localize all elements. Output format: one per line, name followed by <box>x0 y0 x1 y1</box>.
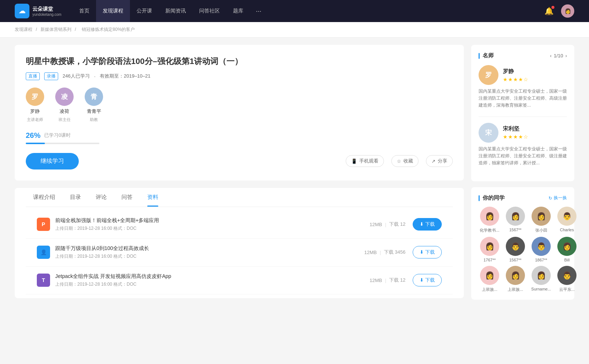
classmates-card: 你的同学 ↻ 换一换 👩 化学教书... 👩 1567** 👩 张小田 <box>471 187 574 300</box>
classmate-item-7: 👩 Bill <box>556 237 578 262</box>
file-meta-2: 上传日期：2019-12-28 16:00 格式：DOC <box>55 281 370 288</box>
files-list: P 前端全栈加强版！前端全栈+全周期+多端应用 上传日期：2019-12-28 … <box>26 207 453 298</box>
classmate-avatar-0: 👩 <box>480 207 499 226</box>
classmate-name-10: Surname... <box>530 287 552 291</box>
classmate-name-4: 1767** <box>479 258 501 262</box>
logo-icon: ☁ <box>15 4 29 18</box>
classmate-name-5: 1567** <box>504 258 526 262</box>
file-name-1: 跟随千万级项目从0到100全过程高效成长 <box>55 245 364 252</box>
progress-section: 26% 已学习0课时 <box>26 131 453 144</box>
sidebar-teacher-desc-0: 国内某重点大学安全工程专业硕士，国家一级注册消防工程师、注册安全工程师、高级注册… <box>479 88 567 109</box>
course-title: 明星中教授课，小学阶段语法100分–强化级第1讲动词（一） <box>26 56 453 67</box>
nav-item-home[interactable]: 首页 <box>73 0 96 22</box>
file-name-2: Jetpack全组件实战 开发短视频应用高仿皮皮虾App <box>55 273 370 280</box>
progress-percent: 26% <box>26 131 40 140</box>
nav-item-more[interactable]: ··· <box>250 0 267 22</box>
classmate-avatar-2: 👩 <box>532 207 551 226</box>
classmate-avatar-5: 👨 <box>506 237 525 256</box>
breadcrumb-sep: / <box>36 27 38 32</box>
file-name-0: 前端全栈加强版！前端全栈+全周期+多端应用 <box>55 217 370 224</box>
course-meta: 直播 录播 246人已学习 · 有效期至：2019–10–21 <box>26 72 453 80</box>
tab-qa[interactable]: 问答 <box>114 188 140 207</box>
nav-item-news[interactable]: 新闻资讯 <box>159 0 193 22</box>
course-actions: 继续学习 📱 手机观看 ☆ 收藏 ↗ 分享 <box>26 153 453 169</box>
classmate-avatar-1: 👩 <box>506 207 525 226</box>
meta-dot: · <box>94 74 96 79</box>
breadcrumb-link-discover[interactable]: 发现课程 <box>15 27 32 32</box>
file-size-0: 12MB <box>370 222 382 227</box>
tab-reviews[interactable]: 评论 <box>88 188 114 207</box>
sidebar-teacher-name-0: 罗静 <box>503 68 567 75</box>
nav-item-qa[interactable]: 问答社区 <box>193 0 226 22</box>
next-page-button[interactable]: › <box>565 53 567 58</box>
file-icon-0: P <box>37 218 50 231</box>
teacher-avatar-1: 凌 <box>55 88 74 106</box>
classmate-avatar-3: 👨 <box>557 207 576 226</box>
teachers-pagination: ‹ 1/10 › <box>550 53 567 58</box>
main-layout: 明星中教授课，小学阶段语法100分–强化级第1讲动词（一） 直播 录播 246人… <box>0 38 589 313</box>
file-item-2: T Jetpack全组件实战 开发短视频应用高仿皮皮虾App 上传日期：2019… <box>26 267 453 295</box>
download-button-2[interactable]: ⬇ 下载 <box>413 274 442 286</box>
tag-live: 直播 <box>26 72 40 80</box>
sidebar-teacher-info-1: 宋利坚 ★★★★☆ <box>503 125 567 140</box>
sidebar-teacher-avatar-0: 罗 <box>479 65 498 85</box>
notification-bell[interactable]: 🔔 <box>544 7 554 15</box>
classmate-item-1: 👩 1567** <box>504 207 526 233</box>
sidebar-teacher-avatar-1: 宋 <box>479 123 498 143</box>
tab-intro[interactable]: 课程介绍 <box>26 188 63 207</box>
teachers-row: 罗 罗静 主讲老师 凌 凌荷 班主任 青 青青平 助教 <box>26 88 453 122</box>
file-info-2: Jetpack全组件实战 开发短视频应用高仿皮皮虾App 上传日期：2019-1… <box>55 273 370 288</box>
course-students: 246人已学习 <box>63 73 90 79</box>
file-icon-2: T <box>37 274 50 287</box>
prev-page-button[interactable]: ‹ <box>550 53 551 58</box>
file-stats-2: 12MB | 下载 12 <box>370 277 405 283</box>
nav-item-open[interactable]: 公开课 <box>130 0 159 22</box>
page-info: 1/10 <box>554 53 563 58</box>
file-size-1: 12MB <box>364 250 377 255</box>
classmate-avatar-9: 👩 <box>506 266 525 285</box>
teacher-item-2: 青 青青平 助教 <box>85 88 103 122</box>
download-button-1[interactable]: ⬇ 下载 <box>413 246 442 258</box>
file-stats-0: 12MB | 下载 12 <box>370 221 405 228</box>
nav-item-exam[interactable]: 题库 <box>226 0 250 22</box>
breadcrumb-sep2: / <box>75 27 77 32</box>
file-info-1: 跟随千万级项目从0到100全过程高效成长 上传日期：2019-12-28 16:… <box>55 245 364 260</box>
breadcrumb-link-series[interactable]: 新媒体营销系列 <box>40 27 71 32</box>
teachers-card-title-area: 名师 <box>479 52 494 59</box>
classmate-item-3: 👨 Charles <box>556 207 578 233</box>
logo-text: 云朵课堂 yundoketang.com <box>32 6 61 17</box>
content-left: 明星中教授课，小学阶段语法100分–强化级第1讲动词（一） 直播 录播 246人… <box>15 45 464 306</box>
classmate-avatar-11: 👨 <box>557 266 576 285</box>
continue-learning-button[interactable]: 继续学习 <box>26 153 79 169</box>
favorite-button[interactable]: ☆ 收藏 <box>391 155 419 167</box>
action-buttons: 📱 手机观看 ☆ 收藏 ↗ 分享 <box>346 155 453 167</box>
logo[interactable]: ☁ 云朵课堂 yundoketang.com <box>15 4 61 18</box>
file-size-2: 12MB <box>370 278 382 283</box>
user-avatar[interactable]: 👩 <box>561 4 574 18</box>
refresh-classmates-button[interactable]: ↻ 换一换 <box>549 195 567 201</box>
refresh-label: 换一换 <box>554 195 567 201</box>
nav-right: 🔔 👩 <box>544 4 574 18</box>
share-button[interactable]: ↗ 分享 <box>426 155 453 167</box>
course-valid: 有效期至：2019–10–21 <box>100 73 150 79</box>
classmate-name-9: 上班族... <box>504 287 526 292</box>
tab-materials[interactable]: 资料 <box>140 188 166 207</box>
mobile-view-button[interactable]: 📱 手机观看 <box>346 155 384 167</box>
share-icon: ↗ <box>431 158 435 164</box>
file-icon-1: 👤 <box>37 246 50 259</box>
breadcrumb: 发现课程 / 新媒体营销系列 / 销冠修炼术搞定80%的客户 <box>0 22 589 38</box>
sidebar-teacher-stars-1: ★★★★☆ <box>503 134 567 140</box>
file-info-0: 前端全栈加强版！前端全栈+全周期+多端应用 上传日期：2019-12-28 16… <box>55 217 370 232</box>
download-button-0[interactable]: ⬇ 下载 <box>413 218 442 231</box>
tabs-section: 课程介绍 目录 评论 问答 资料 P 前端全栈加强版！前端全栈+全周期+多端应用… <box>15 188 464 298</box>
tab-catalog[interactable]: 目录 <box>63 188 88 207</box>
file-downloads-0: 下载 12 <box>389 221 405 228</box>
nav-items: 首页 发现课程 公开课 新闻资讯 问答社区 题库 ··· <box>73 0 544 22</box>
classmate-name-6: 1867** <box>530 258 552 262</box>
classmate-name-3: Charles <box>556 228 578 232</box>
star-icon: ☆ <box>397 158 401 164</box>
nav-item-discover[interactable]: 发现课程 <box>96 0 130 22</box>
teacher-separator <box>479 117 567 117</box>
sidebar-teacher-stars-0: ★★★★☆ <box>503 76 567 82</box>
file-meta-1: 上传日期：2019-12-28 16:00 格式：DOC <box>55 253 364 260</box>
